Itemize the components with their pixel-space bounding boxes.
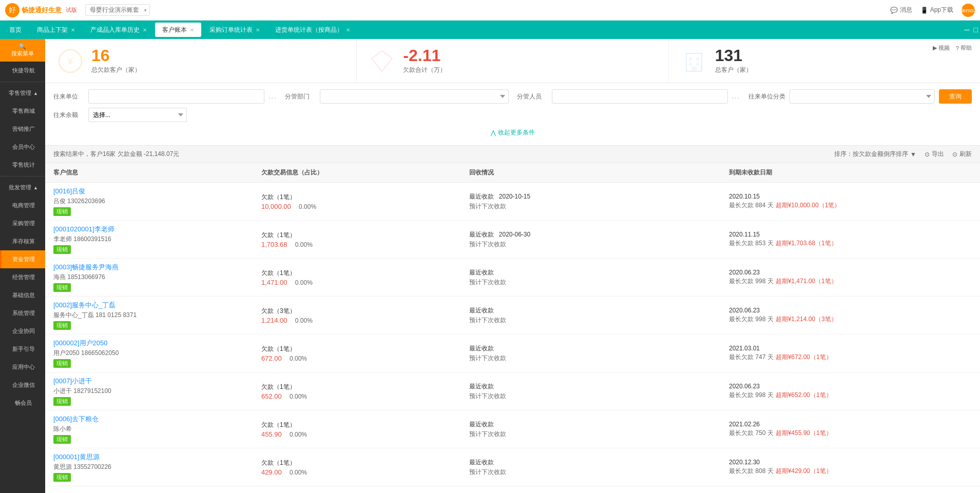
customer-name[interactable]: [0001020001]李老师: [53, 225, 245, 234]
dept-select[interactable]: [320, 89, 508, 104]
customer-contact: 用户2050 18665062050: [53, 349, 245, 358]
video-help-btn[interactable]: ▶ 视频: [933, 44, 950, 52]
sidebar-item-chang-member[interactable]: 畅会员: [0, 394, 45, 412]
collection-next: 预计下次收款: [469, 354, 713, 363]
trial-tag[interactable]: 试版: [66, 6, 77, 14]
tab-purchase-goods[interactable]: 进货单统计表（按商品） ✕: [268, 23, 357, 37]
sidebar-item-quick-nav[interactable]: 快捷导航: [0, 62, 45, 80]
collection-info-cell: 最近收款 预计下次收款: [461, 334, 721, 372]
customer-tag: 现销: [53, 321, 71, 330]
customer-name[interactable]: [000001]黄思源: [53, 452, 245, 462]
debt-amount[interactable]: 652.00: [261, 392, 282, 400]
overdue-link[interactable]: 超期¥1,471.00（1笔）: [776, 277, 837, 286]
messages-btn[interactable]: 💬 消息: [890, 6, 912, 14]
collection-info-cell: 最近收款 预计下次收款: [461, 297, 721, 334]
sidebar-item-system[interactable]: 系统管理: [0, 304, 45, 322]
sidebar-item-apps[interactable]: 应用中心: [0, 358, 45, 376]
tab-close-icon[interactable]: ✕: [71, 27, 75, 33]
overdue-link[interactable]: 超期¥429.00（1笔）: [776, 467, 832, 476]
collection-info-cell: 最近收款 2020-06-30 预计下次收款: [461, 221, 721, 259]
overdue-detail: 最长欠款 998 天 超期¥1,214.00（3笔）: [729, 315, 972, 324]
debt-amount[interactable]: 455.90: [261, 430, 282, 438]
debt-info-cell: 欠款（3笔） 1,214.00 0.00%: [253, 297, 461, 334]
search-button[interactable]: 查询: [939, 89, 972, 104]
source-unit-dots[interactable]: ...: [268, 93, 277, 100]
debt-percent: 0.00%: [295, 317, 313, 324]
company-selector[interactable]: 母婴行业演示账套 ▼: [85, 4, 150, 16]
sidebar-search[interactable]: 🔍 搜索菜单: [0, 39, 45, 62]
debt-amount[interactable]: 1,703.68: [261, 241, 287, 248]
debt-info-cell: 欠款（1笔） 429.00 0.00%: [253, 448, 461, 486]
app-download-btn[interactable]: 📱 App下载: [920, 6, 953, 14]
sidebar-item-retail-mgmt[interactable]: 零售管理▲: [0, 84, 45, 102]
person-dots[interactable]: ...: [732, 93, 740, 100]
debt-count: 欠款（1笔）: [261, 193, 453, 202]
tab-customer-accounts[interactable]: 客户账本 ✕: [155, 23, 201, 37]
top-bar-right: 💬 消息 📱 App下载 demo2: [890, 4, 975, 17]
overdue-date: 2020.06.23: [729, 269, 972, 276]
customer-tag: 现销: [53, 397, 71, 406]
tab-close-icon[interactable]: ✕: [143, 27, 147, 33]
tab-close-icon[interactable]: ✕: [256, 27, 260, 33]
stat-content-3: 131 总客户（家）: [715, 47, 752, 74]
filter-person: 分管人员 ...: [517, 89, 740, 104]
customer-tag: 现销: [53, 283, 71, 292]
person-input[interactable]: [552, 89, 728, 104]
customer-name[interactable]: [0007]小进干: [53, 377, 245, 386]
export-button[interactable]: ⊙ 导出: [925, 150, 944, 159]
tab-products-history[interactable]: 产成品入库单历史 ✕: [83, 23, 154, 37]
overdue-link[interactable]: 超期¥672.00（1笔）: [776, 353, 832, 362]
overdue-detail: 最长欠款 747 天 超期¥672.00（1笔）: [729, 353, 972, 362]
avatar[interactable]: demo2: [962, 4, 975, 17]
debt-amount[interactable]: 672.00: [261, 354, 282, 362]
sidebar-item-operations[interactable]: 经营管理: [0, 268, 45, 286]
sidebar-item-retail-mall[interactable]: 零售商城: [0, 102, 45, 120]
debt-amount[interactable]: 429.00: [261, 468, 282, 476]
sidebar-item-members[interactable]: 会员中心: [0, 138, 45, 156]
overdue-link[interactable]: 超期¥1,703.68（1笔）: [776, 239, 837, 248]
customer-name[interactable]: [0003]畅捷服务尹海燕: [53, 263, 245, 272]
unit-category-select[interactable]: [790, 89, 935, 104]
customer-name[interactable]: [0016]吕俊: [53, 187, 245, 196]
sidebar-item-enterprise-wechat[interactable]: 企业微信: [0, 376, 45, 394]
message-icon: 💬: [890, 7, 898, 14]
minimize-icon[interactable]: ─: [965, 26, 970, 34]
overdue-link[interactable]: 超期¥652.00（1笔）: [776, 391, 832, 400]
customer-name[interactable]: [0002]服务中心_丁磊: [53, 301, 245, 310]
debt-amount[interactable]: 10,000.00: [261, 203, 291, 210]
overdue-detail: 最长欠款 808 天 超期¥429.00（1笔）: [729, 467, 972, 476]
tab-products-onoff[interactable]: 商品上下架 ✕: [30, 23, 82, 37]
sidebar-item-new-guide[interactable]: 新手引导: [0, 340, 45, 358]
tab-purchase-stats[interactable]: 采购订单统计表 ✕: [202, 23, 267, 37]
debt-amount[interactable]: 1,471.00: [261, 279, 287, 286]
customer-name[interactable]: [0006]去下粮仓: [53, 415, 245, 424]
tab-close-icon[interactable]: ✕: [346, 27, 350, 33]
debt-percent: 0.00%: [290, 393, 307, 400]
sort-selector[interactable]: 排序：按欠款金额倒序排序 ▼: [834, 150, 916, 159]
sidebar-item-marketing[interactable]: 营销推广: [0, 120, 45, 138]
sidebar-item-basic-info[interactable]: 基础信息: [0, 286, 45, 304]
maximize-icon[interactable]: □: [974, 26, 978, 34]
sidebar-item-finance[interactable]: 资金管理: [0, 250, 45, 268]
customer-info-cell: [000002]用户2050 用户2050 18665062050 现销: [45, 334, 253, 372]
sidebar-item-ecommerce[interactable]: 电商管理: [0, 196, 45, 214]
sidebar-item-purchase[interactable]: 采购管理: [0, 214, 45, 232]
tab-close-icon[interactable]: ✕: [190, 27, 194, 33]
help-btn[interactable]: ? 帮助: [956, 44, 972, 52]
customer-name[interactable]: [000002]用户2050: [53, 339, 245, 348]
source-unit-input[interactable]: [88, 89, 264, 104]
sidebar-item-wholesale-mgmt[interactable]: 批发管理▲: [0, 179, 45, 196]
tab-home[interactable]: 首页: [2, 23, 29, 37]
sidebar-item-inventory[interactable]: 库存核算: [0, 232, 45, 250]
overdue-link[interactable]: 超期¥455.90（1笔）: [776, 429, 832, 438]
overdue-link[interactable]: 超期¥10,000.00（1笔）: [776, 201, 841, 210]
collapse-button[interactable]: ⋀ 收起更多条件: [53, 126, 972, 139]
overdue-link[interactable]: 超期¥1,214.00（3笔）: [776, 315, 837, 324]
refresh-button[interactable]: ⊙ 刷新: [952, 150, 972, 159]
sidebar-item-retail-stats[interactable]: 零售统计: [0, 156, 45, 174]
filter-source-unit: 往来单位 ...: [53, 89, 277, 104]
debt-amount[interactable]: 1,214.00: [261, 317, 287, 324]
balance-select[interactable]: 选择...: [88, 108, 187, 122]
sidebar-item-enterprise-collab[interactable]: 企业协同: [0, 322, 45, 340]
logo-area: 好 畅捷通好生意: [5, 3, 62, 17]
